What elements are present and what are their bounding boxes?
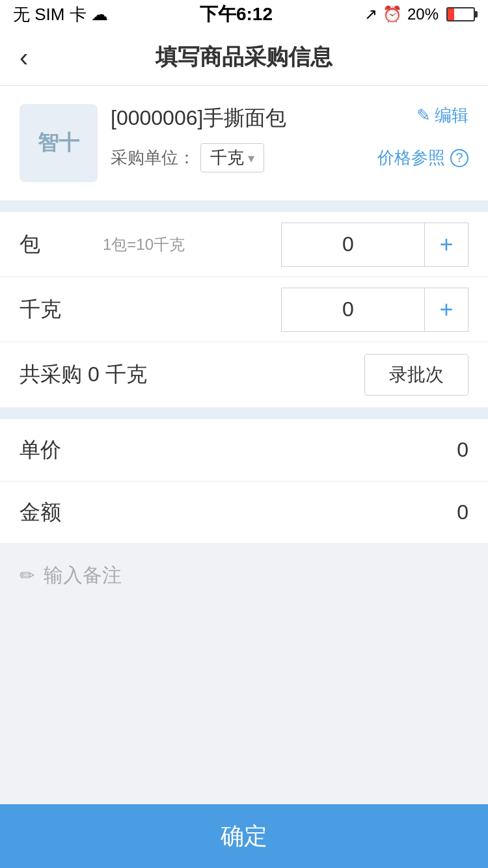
unit-select[interactable]: 千克 ▾: [200, 143, 264, 172]
location-icon: ↗: [364, 5, 377, 23]
product-card: 智十 [0000006]手撕面包 ✎ 编辑 采购单位： 千克 ▾ 价格参照 ?: [0, 86, 488, 200]
edit-icon: ✎: [416, 105, 431, 126]
alarm-icon: ⏰: [383, 5, 402, 23]
pack-label: 包: [20, 230, 98, 259]
product-header: [0000006]手撕面包 ✎ 编辑: [111, 104, 468, 133]
amount-label: 金额: [20, 498, 61, 527]
unit-price-label: 单价: [20, 436, 61, 465]
confirm-button[interactable]: 确定: [0, 804, 488, 868]
product-unit-row: 采购单位： 千克 ▾ 价格参照 ?: [111, 143, 468, 172]
unit-value: 千克: [210, 146, 244, 169]
kg-input-row: 千克 +: [0, 277, 488, 342]
kg-label: 千克: [20, 295, 98, 324]
remark-placeholder: 输入备注: [44, 562, 122, 589]
pencil-icon: ✏: [20, 565, 34, 586]
pack-sub-label: 1包=10千克: [103, 234, 185, 255]
edit-label: 编辑: [435, 104, 468, 127]
unit-price-value: 0: [457, 438, 468, 462]
product-info: [0000006]手撕面包 ✎ 编辑 采购单位： 千克 ▾ 价格参照 ?: [111, 104, 468, 172]
price-section: 单价 0 金额 0: [0, 419, 488, 544]
pack-input-row: 包 1包=10千克 +: [0, 212, 488, 277]
pack-qty-wrap: +: [281, 223, 468, 267]
status-left: 无 SIM 卡 ☁: [13, 3, 108, 26]
input-section: 包 1包=10千克 + 千克 +: [0, 212, 488, 342]
pack-plus-button[interactable]: +: [424, 223, 468, 267]
section-separator-1: [0, 200, 488, 212]
amount-row: 金额 0: [0, 481, 488, 544]
status-right: ↗ ⏰ 20%: [364, 5, 475, 23]
product-logo-text: 智十: [38, 129, 79, 157]
summary-text: 共采购 0 千克: [20, 360, 147, 389]
product-name: [0000006]手撕面包: [111, 104, 286, 133]
unit-price-row: 单价 0: [0, 419, 488, 481]
kg-plus-button[interactable]: +: [424, 288, 468, 332]
remark-section[interactable]: ✏ 输入备注: [0, 544, 488, 607]
price-ref-button[interactable]: 价格参照 ?: [377, 146, 468, 169]
battery-percent: 20%: [407, 5, 439, 23]
chevron-down-icon: ▾: [248, 150, 254, 166]
product-image: 智十: [20, 104, 98, 182]
amount-value: 0: [457, 500, 468, 524]
status-bar: 无 SIM 卡 ☁ 下午6:12 ↗ ⏰ 20%: [0, 0, 488, 29]
section-separator-2: [0, 407, 488, 419]
page-title: 填写商品采购信息: [156, 42, 332, 72]
kg-qty-input[interactable]: [281, 288, 424, 332]
price-ref-label: 价格参照: [377, 146, 445, 169]
edit-button[interactable]: ✎ 编辑: [416, 104, 468, 127]
pack-qty-input[interactable]: [281, 223, 424, 267]
status-time: 下午6:12: [200, 2, 273, 27]
battery-icon: [446, 7, 475, 21]
nav-bar: ‹ 填写商品采购信息: [0, 29, 488, 86]
sim-label: 无 SIM 卡 ☁: [13, 3, 108, 26]
price-ref-help-icon: ?: [450, 149, 468, 167]
back-button[interactable]: ‹: [20, 44, 28, 70]
summary-row: 共采购 0 千克 录批次: [0, 342, 488, 407]
unit-label: 采购单位：: [111, 146, 195, 169]
kg-qty-wrap: +: [281, 288, 468, 332]
bottom-fill: [0, 607, 488, 802]
batch-button[interactable]: 录批次: [364, 354, 468, 396]
